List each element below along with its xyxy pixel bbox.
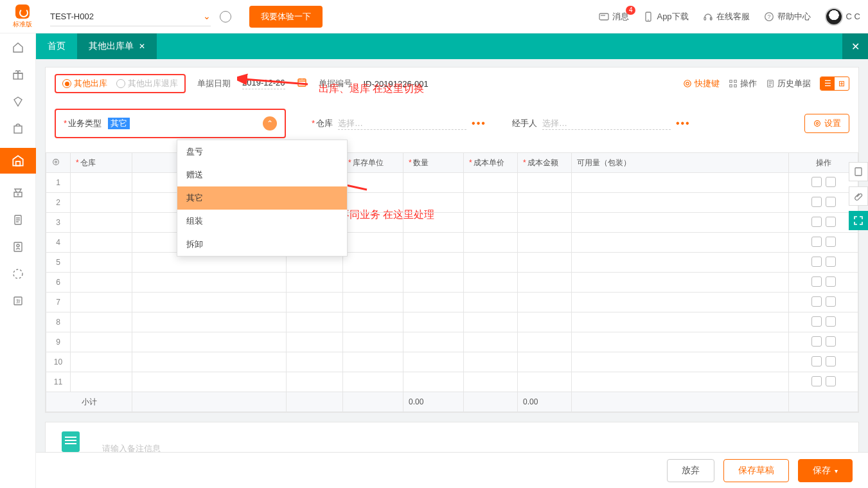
cell-unit[interactable]: [343, 233, 403, 253]
cell-amount[interactable]: [518, 233, 572, 253]
table-row[interactable]: 3: [46, 213, 858, 233]
expand-icon[interactable]: [849, 211, 868, 230]
handler-input[interactable]: 选择…: [542, 118, 671, 130]
cell-qty[interactable]: [403, 233, 464, 253]
table-row[interactable]: 6: [46, 273, 858, 293]
nav-new-icon[interactable]: 新: [10, 293, 26, 309]
delete-icon[interactable]: [811, 237, 822, 247]
cell-cost[interactable]: [464, 372, 518, 392]
delete-icon[interactable]: [811, 316, 822, 327]
add-icon[interactable]: [826, 356, 836, 366]
cell-code[interactable]: [287, 372, 343, 392]
cell-amount[interactable]: [518, 332, 572, 352]
add-icon[interactable]: [826, 257, 836, 267]
biz-option[interactable]: 盘亏: [177, 140, 347, 163]
cell-qty[interactable]: [403, 293, 464, 312]
cell-amount[interactable]: [518, 173, 572, 193]
messages-link[interactable]: 消息 4: [599, 11, 629, 23]
cell-unit[interactable]: [343, 293, 403, 312]
cell-unit[interactable]: [343, 312, 403, 332]
cell-code[interactable]: [287, 293, 343, 312]
table-row[interactable]: 8: [46, 312, 858, 332]
close-icon[interactable]: ✕: [139, 42, 145, 51]
cell-warehouse[interactable]: [71, 372, 132, 392]
cell-amount[interactable]: [518, 293, 572, 312]
add-icon[interactable]: [826, 276, 836, 287]
cell-unit[interactable]: [343, 253, 403, 273]
warehouse-field[interactable]: *仓库 选择… •••: [312, 118, 486, 130]
delete-icon[interactable]: [811, 276, 822, 287]
cell-cost[interactable]: [464, 312, 518, 332]
table-row[interactable]: 5: [46, 253, 858, 273]
cell-code[interactable]: [287, 352, 343, 372]
delete-icon[interactable]: [811, 217, 822, 227]
gear-icon[interactable]: [220, 11, 231, 23]
view-toggle[interactable]: ☰ ⊞: [820, 77, 849, 91]
more-icon[interactable]: •••: [676, 118, 691, 129]
cell-qty[interactable]: [403, 253, 464, 273]
business-type-field[interactable]: *业务类型 其它 ⌃ 盘亏赠送其它组装拆卸: [55, 109, 286, 138]
cell-warehouse[interactable]: [71, 233, 132, 253]
add-icon[interactable]: [826, 177, 836, 187]
tab-other-outbound[interactable]: 其他出库单 ✕: [77, 33, 157, 59]
cell-warehouse[interactable]: [71, 193, 132, 213]
nav-bag-icon[interactable]: [10, 121, 26, 136]
table-row[interactable]: 11: [46, 372, 858, 392]
nav-warehouse-icon[interactable]: [0, 148, 36, 174]
cell-qty[interactable]: [403, 213, 464, 233]
trial-button[interactable]: 我要体验一下: [249, 6, 323, 28]
biz-option[interactable]: 赠送: [177, 163, 347, 186]
delete-icon[interactable]: [811, 177, 822, 187]
table-row[interactable]: 4: [46, 233, 858, 253]
add-icon[interactable]: [826, 197, 836, 207]
tab-home[interactable]: 首页: [36, 33, 77, 59]
cell-unit[interactable]: [343, 173, 403, 193]
cell-warehouse[interactable]: [71, 332, 132, 352]
nav-gift-icon[interactable]: [10, 67, 26, 82]
tenant-select[interactable]: TEST-H002 ⌄: [50, 7, 211, 26]
add-icon[interactable]: [826, 316, 836, 327]
cell-unit[interactable]: [343, 273, 403, 293]
radio-outbound[interactable]: 其他出库: [62, 78, 107, 89]
cell-unit[interactable]: [343, 213, 403, 233]
cell-amount[interactable]: [518, 193, 572, 213]
nav-diamond-icon[interactable]: [10, 94, 26, 109]
history-link[interactable]: 历史单据: [766, 78, 811, 89]
cell-qty[interactable]: [403, 332, 464, 352]
cell-qty[interactable]: [403, 312, 464, 332]
note-toggle-icon[interactable]: [849, 162, 868, 181]
delete-icon[interactable]: [811, 197, 822, 207]
ops-link[interactable]: 操作: [729, 78, 757, 89]
delete-icon[interactable]: [811, 376, 822, 386]
add-icon[interactable]: [826, 237, 836, 247]
cell-amount[interactable]: [518, 273, 572, 293]
save-button[interactable]: 保存▾: [798, 459, 853, 482]
table-row[interactable]: 1: [46, 173, 858, 193]
close-all-tabs[interactable]: ✕: [842, 33, 868, 59]
biz-option[interactable]: 拆卸: [177, 233, 347, 256]
delete-icon[interactable]: [811, 336, 822, 347]
user-menu[interactable]: C C: [825, 8, 860, 26]
biz-option[interactable]: 其它: [177, 186, 347, 210]
chevron-up-icon[interactable]: ⌃: [263, 116, 277, 131]
cell-warehouse[interactable]: [71, 173, 132, 193]
cell-amount[interactable]: [518, 213, 572, 233]
more-icon[interactable]: •••: [472, 118, 486, 129]
cell-code[interactable]: [287, 273, 343, 293]
table-row[interactable]: 9: [46, 332, 858, 352]
cell-unit[interactable]: [343, 332, 403, 352]
cell-warehouse[interactable]: [71, 293, 132, 312]
cell-cost[interactable]: [464, 193, 518, 213]
save-draft-button[interactable]: 保存草稿: [723, 459, 789, 482]
grid-view-icon[interactable]: ⊞: [835, 77, 849, 90]
customer-service-link[interactable]: 在线客服: [703, 11, 750, 23]
add-icon[interactable]: [826, 376, 836, 386]
radio-return[interactable]: 其他出库退库: [116, 78, 178, 89]
app-download-link[interactable]: App下载: [643, 11, 688, 23]
add-icon[interactable]: [826, 296, 836, 307]
cell-amount[interactable]: [518, 253, 572, 273]
help-link[interactable]: ? 帮助中心: [764, 11, 811, 23]
nav-contact-icon[interactable]: [10, 239, 26, 255]
warehouse-input[interactable]: 选择…: [338, 118, 466, 130]
table-row[interactable]: 2: [46, 193, 858, 213]
